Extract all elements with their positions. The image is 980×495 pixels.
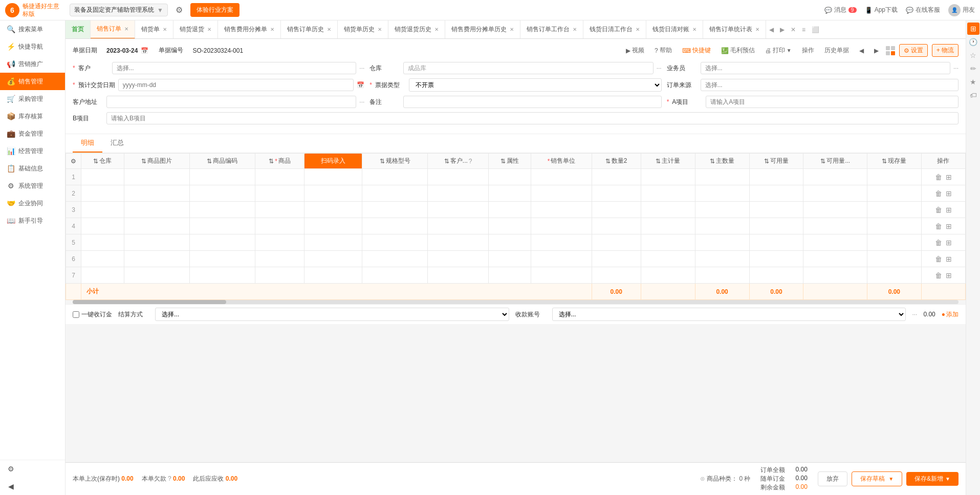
row-available2-6[interactable] (803, 251, 867, 267)
row-goods-2[interactable] (255, 185, 304, 202)
row-available-1[interactable] (749, 169, 803, 185)
row-spec-2[interactable] (362, 185, 428, 202)
operation-btn[interactable]: 操作 (799, 45, 817, 56)
tab-close-all-btn[interactable]: ✕ (788, 20, 799, 39)
a-project-input[interactable] (706, 96, 959, 108)
row-customer-code-7[interactable] (428, 267, 488, 284)
row-main-qty-2[interactable] (695, 185, 749, 202)
row-attribute-1[interactable] (488, 169, 531, 185)
staff-input[interactable] (701, 62, 950, 74)
row-available-3[interactable] (749, 202, 803, 218)
row-main-unit-5[interactable] (641, 234, 695, 251)
row-attribute-4[interactable] (488, 218, 531, 234)
row-spec-7[interactable] (362, 267, 428, 284)
delivery-input[interactable] (118, 79, 354, 91)
row-main-unit-6[interactable] (641, 251, 695, 267)
row-main-qty-5[interactable] (695, 234, 749, 251)
online-service-btn[interactable]: 💬 在线客服 (906, 6, 940, 14)
row-available-2[interactable] (749, 185, 803, 202)
row-delete-btn-1[interactable]: 🗑 (934, 172, 943, 182)
warehouse-input[interactable] (403, 62, 653, 74)
tab-return-history[interactable]: 销货退货历史 ✕ (388, 20, 445, 39)
sidebar-item-purchase[interactable]: 🛒 采购管理 (0, 90, 65, 107)
tab-sales-order[interactable]: 销售订单 ✕ (91, 20, 135, 39)
horizontal-scrollbar[interactable] (66, 300, 966, 304)
row-main-unit-1[interactable] (641, 169, 695, 185)
tab-close-order-history[interactable]: ✕ (327, 27, 331, 32)
row-stock-2[interactable] (867, 185, 921, 202)
warehouse-more-btn[interactable]: ··· (657, 64, 662, 72)
row-customer-code-4[interactable] (428, 218, 488, 234)
sidebar-item-marketing[interactable]: 📢 营销推广 (0, 55, 65, 73)
tab-home[interactable]: 首页 (66, 20, 91, 39)
app-download-btn[interactable]: 📱 App下载 (865, 6, 898, 14)
tab-close-return-history[interactable]: ✕ (434, 27, 439, 32)
view-btn[interactable]: ▶ 视频 (623, 45, 647, 56)
tab-expense-history[interactable]: 销售费用分摊单历史 ✕ (445, 20, 520, 39)
sidebar-item-quick[interactable]: ⚡ 快捷导航 (0, 38, 65, 55)
row-code-3[interactable] (189, 202, 255, 218)
sidebar-item-system[interactable]: ⚙ 系统管理 (0, 177, 65, 195)
row-goods-6[interactable] (255, 251, 304, 267)
right-icon-edit[interactable]: ✏ (967, 62, 979, 75)
order-source-input[interactable] (701, 79, 959, 91)
row-warehouse-4[interactable] (81, 218, 124, 234)
row-spec-3[interactable] (362, 202, 428, 218)
address-input[interactable] (106, 96, 356, 108)
payment-method-select[interactable]: 选择... (155, 308, 509, 321)
help-btn[interactable]: ? 帮助 (651, 45, 675, 56)
save-new-dropdown-icon[interactable]: ▼ (945, 476, 950, 482)
row-spec-4[interactable] (362, 218, 428, 234)
tab-close-daily-reconcile[interactable]: ✕ (692, 27, 696, 32)
tab-prev-btn[interactable]: ◀ (766, 20, 777, 39)
row-available-4[interactable] (749, 218, 803, 234)
col-settings[interactable]: ⚙ (66, 154, 81, 169)
one-click-payment-checkbox[interactable]: 一键收订金 (73, 310, 112, 319)
row-copy-btn-4[interactable]: ⊞ (945, 221, 953, 231)
sidebar-collapse-btn[interactable]: ◀ (0, 478, 65, 495)
nav-prev-btn[interactable]: ◀ (856, 46, 867, 55)
row-customer-code-2[interactable] (428, 185, 488, 202)
row-warehouse-1[interactable] (81, 169, 124, 185)
settings-panel-btn[interactable]: ⚙ 设置 (899, 44, 928, 57)
sidebar-item-sales[interactable]: 💰 销售管理 (0, 73, 65, 90)
row-code-5[interactable] (189, 234, 255, 251)
row-main-unit-4[interactable] (641, 218, 695, 234)
account-more-btn[interactable]: ··· (912, 311, 917, 318)
tab-daily-workspace[interactable]: 钱货日清工作台 ✕ (583, 20, 646, 39)
row-main-qty-4[interactable] (695, 218, 749, 234)
staff-more-btn[interactable]: ··· (953, 64, 959, 72)
tab-detail[interactable]: 明细 (73, 134, 102, 153)
row-goods-4[interactable] (255, 218, 304, 234)
row-code-1[interactable] (189, 169, 255, 185)
row-copy-btn-7[interactable]: ⊞ (945, 270, 953, 281)
row-code-7[interactable] (189, 267, 255, 284)
row-available2-7[interactable] (803, 267, 867, 284)
customer-more-btn[interactable]: ··· (359, 64, 364, 72)
row-stock-4[interactable] (867, 218, 921, 234)
shortcut-btn[interactable]: ⌨ 快捷键 (679, 45, 714, 56)
row-delete-btn-6[interactable]: 🗑 (934, 254, 943, 264)
row-qty2-2[interactable] (592, 185, 641, 202)
row-qty2-6[interactable] (592, 251, 641, 267)
row-code-2[interactable] (189, 185, 255, 202)
sidebar-item-management[interactable]: 📊 经营管理 (0, 142, 65, 160)
row-main-qty-7[interactable] (695, 267, 749, 284)
tab-invoice-history[interactable]: 销货单历史 ✕ (338, 20, 388, 39)
row-customer-code-3[interactable] (428, 202, 488, 218)
account-select[interactable]: 选择... (552, 308, 906, 321)
calendar-icon[interactable]: 📅 (141, 47, 148, 54)
delivery-calendar-icon[interactable]: 📅 (357, 81, 364, 89)
row-stock-6[interactable] (867, 251, 921, 267)
row-unit-5[interactable] (531, 234, 592, 251)
remark-input[interactable] (403, 96, 661, 108)
right-icon-grid[interactable]: ⊞ (967, 23, 979, 35)
row-code-6[interactable] (189, 251, 255, 267)
tab-sales-invoice[interactable]: 销货单 ✕ (135, 20, 173, 39)
row-image-1[interactable] (124, 169, 189, 185)
row-attribute-2[interactable] (488, 185, 531, 202)
row-available2-5[interactable] (803, 234, 867, 251)
tab-close-expense-history[interactable]: ✕ (510, 27, 514, 32)
sidebar-item-basic[interactable]: 📋 基础信息 (0, 160, 65, 177)
tab-summary[interactable]: 汇总 (102, 134, 132, 153)
